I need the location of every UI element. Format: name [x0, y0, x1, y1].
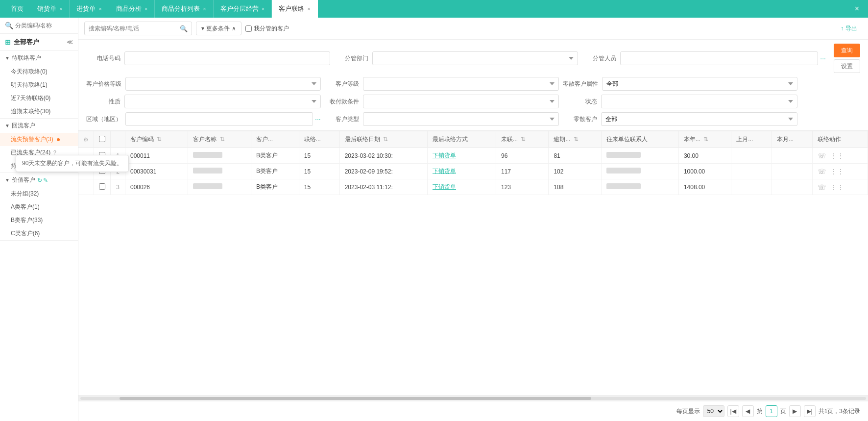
section-pending-title[interactable]: ▼ 待联络客户: [0, 51, 78, 65]
sidebar-all-customers[interactable]: ⊞ 全部客户 ≪: [0, 34, 78, 51]
method-link-1[interactable]: 下销货单: [433, 168, 456, 174]
window-close-button[interactable]: ×: [850, 4, 864, 13]
value-arrow-icon: ▼: [5, 177, 10, 183]
more-conditions-btn[interactable]: ▾ 更多条件 ∧: [196, 22, 241, 35]
action-more-icon-1[interactable]: ⋮⋮: [830, 168, 844, 175]
customer-tier-select[interactable]: [363, 77, 559, 91]
dept-select[interactable]: [372, 51, 578, 65]
value-edit-icon[interactable]: ✎: [43, 177, 48, 184]
tab-customer-contact-close[interactable]: ×: [307, 6, 310, 12]
th-index: [111, 131, 125, 148]
row-checkbox-2[interactable]: [99, 183, 105, 190]
status-select[interactable]: [601, 95, 797, 108]
sidebar-item-overdue-contact[interactable]: 逾期未联络(30): [0, 105, 78, 118]
export-btn[interactable]: ↑ 导出: [836, 25, 862, 33]
phone-label: 电话号码: [86, 54, 121, 63]
tab-customer-contact-label: 客户联络: [279, 4, 304, 13]
name-sort-icon: ⇅: [220, 136, 225, 143]
th-this-year[interactable]: 本年... ⇅: [678, 131, 731, 148]
data-table: ⚙ 客户编码 ⇅ 客户名称 ⇅ 客户... 联络...: [78, 131, 868, 195]
td-method-0: 下销货单: [428, 148, 496, 164]
per-page-label: 每页显示: [676, 407, 700, 416]
th-name[interactable]: 客户名称 ⇅: [188, 131, 251, 148]
tab-analysis[interactable]: 商品分析 ×: [109, 0, 155, 18]
gender-select[interactable]: [124, 95, 321, 108]
sidebar-item-ungrouped[interactable]: 未分组(32): [0, 187, 78, 200]
tab-sales-close[interactable]: ×: [59, 6, 62, 12]
toolbar-search-icon[interactable]: 🔍: [180, 25, 188, 32]
my-customers-checkbox[interactable]: [245, 25, 252, 32]
region-input[interactable]: [125, 112, 313, 126]
tab-analysis-list[interactable]: 商品分析列表 ×: [155, 0, 213, 18]
value-refresh-icon[interactable]: ↻: [37, 177, 42, 184]
tooltip-text: 90天未交易的客户，可能有流失风险。: [78, 160, 122, 167]
tab-analysis-list-label: 商品分析列表: [162, 4, 200, 13]
last-page-btn[interactable]: ▶|: [804, 405, 816, 417]
retail-customer-select[interactable]: 全部: [601, 112, 797, 126]
tab-purchase-close[interactable]: ×: [98, 6, 101, 12]
retail-attr-select[interactable]: 全部: [602, 77, 797, 91]
method-link-0[interactable]: 下销货单: [433, 152, 456, 159]
settings-icon[interactable]: ⚙: [83, 136, 89, 143]
tab-analysis-close[interactable]: ×: [145, 6, 147, 12]
th-settings[interactable]: ⚙: [78, 131, 94, 148]
td-last-month-2: [731, 179, 772, 195]
home-label: 首页: [11, 4, 24, 13]
prev-page-btn[interactable]: ◀: [742, 405, 754, 417]
tab-home[interactable]: 首页: [4, 0, 30, 18]
sidebar-item-today-contact[interactable]: 今天待联络(0): [0, 65, 78, 78]
toolbar-search-input[interactable]: [89, 25, 180, 32]
sidebar-item-class-b[interactable]: B类客户(33): [0, 214, 78, 227]
sidebar-item-class-a[interactable]: A类客户(1): [0, 200, 78, 214]
select-all-checkbox[interactable]: [99, 136, 105, 142]
person-input[interactable]: [620, 51, 818, 65]
scrollbar-thumb[interactable]: [120, 397, 591, 400]
action-contact-icon-0[interactable]: ☏: [818, 152, 826, 160]
filter-icon: ▾: [201, 25, 204, 32]
tab-customer-tier[interactable]: 客户分层经营 ×: [214, 0, 272, 18]
settings-button[interactable]: 设置: [834, 59, 860, 73]
td-unit-contact-2: [601, 179, 678, 195]
tab-customer-tier-close[interactable]: ×: [262, 6, 265, 12]
class-b-label: B类客户(33): [11, 217, 43, 223]
sidebar-item-week-contact[interactable]: 近7天待联络(0): [0, 92, 78, 105]
sidebar-item-tomorrow-contact[interactable]: 明天待联络(1): [0, 78, 78, 92]
payment-label: 收付款条件: [325, 98, 359, 106]
customer-type-select[interactable]: [363, 112, 559, 126]
sidebar-item-churn-warning[interactable]: 流失预警客户(3): [0, 133, 78, 146]
tab-sales[interactable]: 销货单 ×: [30, 0, 70, 18]
price-tier-select[interactable]: [125, 77, 321, 91]
overdue-contact-label: 逾期未联络(30): [11, 108, 50, 115]
tab-purchase[interactable]: 进货单 ×: [70, 0, 109, 18]
person-dots-btn[interactable]: ···: [820, 54, 826, 62]
next-page-btn[interactable]: ▶: [789, 405, 801, 417]
action-more-icon-2[interactable]: ⋮⋮: [830, 183, 844, 191]
per-page-select[interactable]: 50: [703, 405, 724, 417]
tab-analysis-list-close[interactable]: ×: [203, 6, 206, 12]
section-value-title[interactable]: ▼ 价值客户 ↻ ✎: [0, 173, 78, 187]
phone-input[interactable]: [124, 51, 330, 65]
th-not-contacted[interactable]: 未联... ⇅: [496, 131, 549, 148]
query-button[interactable]: 查询: [834, 44, 860, 57]
sidebar-search-input[interactable]: [15, 22, 73, 29]
action-contact-icon-1[interactable]: ☏: [818, 168, 826, 175]
sidebar-item-class-c[interactable]: C类客户(6): [0, 227, 78, 240]
th-overdue[interactable]: 逾期... ⇅: [549, 131, 601, 148]
action-btns: 查询 设置: [834, 44, 860, 73]
sidebar-search-icon: 🔍: [5, 22, 13, 29]
action-contact-icon-2[interactable]: ☏: [818, 183, 826, 191]
tab-customer-contact[interactable]: 客户联络 ×: [272, 0, 317, 18]
tab-purchase-label: 进货单: [76, 4, 96, 13]
payment-select[interactable]: [363, 95, 559, 108]
section-returning-title[interactable]: ▼ 回流客户: [0, 119, 78, 133]
th-contact: 联络...: [299, 131, 339, 148]
method-link-2[interactable]: 下销货单: [433, 183, 456, 190]
th-last-contact-date[interactable]: 最后联络日期 ⇅: [339, 131, 427, 148]
sidebar-collapse-btn[interactable]: ≪: [67, 39, 73, 46]
class-c-label: C类客户(6): [11, 230, 40, 237]
region-dots-btn[interactable]: ···: [315, 115, 321, 123]
action-more-icon-0[interactable]: ⋮⋮: [830, 152, 844, 160]
horizontal-scrollbar[interactable]: [78, 395, 868, 401]
first-page-btn[interactable]: |◀: [727, 405, 739, 417]
th-code[interactable]: 客户编码 ⇅: [125, 131, 188, 148]
